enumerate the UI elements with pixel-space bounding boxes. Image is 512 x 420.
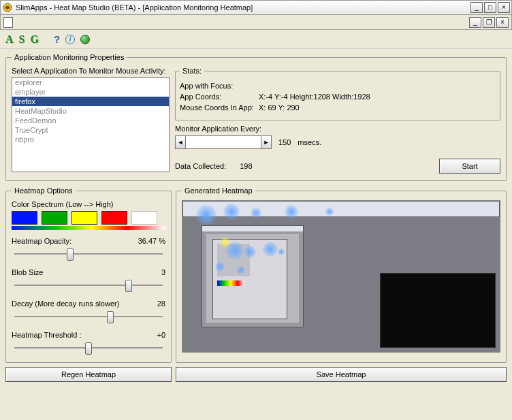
generated-heatmap: Generated Heatmap — [176, 187, 507, 363]
spin-left-icon[interactable]: ◄ — [175, 135, 186, 149]
select-app-label: Select A Application To Monitor Mouse Ac… — [12, 67, 170, 75]
info-icon[interactable]: i — [65, 35, 75, 44]
save-heatmap-button[interactable]: Save Heatmap — [176, 367, 507, 382]
opacity-label: Heatmap Opacity: — [12, 237, 71, 245]
toolbar: A S G ? i — [0, 30, 512, 49]
threshold-value: +0 — [157, 331, 165, 339]
maximize-button[interactable]: □ — [484, 2, 496, 13]
decay-label: Decay (More decay runs slower) — [12, 300, 119, 308]
list-item[interactable]: explorer — [12, 78, 169, 87]
spectrum-label: Color Spectrum (Low --> High) — [12, 200, 165, 208]
coords-label: App Coords: — [180, 93, 255, 101]
titlebar: SlimApps - Heat Map Studio (BETA) - [App… — [0, 0, 512, 15]
heatmap-preview — [182, 200, 500, 353]
app-monitoring-properties: Application Monitoring Properties Select… — [5, 53, 507, 181]
close-button[interactable]: × — [498, 2, 510, 13]
coords-value: X:-4 Y:-4 Height:1208 Width:1928 — [259, 93, 370, 101]
blob-label: Blob Size — [12, 268, 43, 276]
interval-value: 150 — [278, 138, 291, 146]
mdi-doc-icon[interactable] — [3, 17, 13, 28]
opacity-value: 36.47 % — [138, 237, 165, 245]
data-collected-value: 198 — [240, 162, 252, 170]
color-swatch[interactable] — [131, 211, 157, 225]
regen-heatmap-button[interactable]: Regen Heatmap — [5, 367, 172, 382]
toolbar-g-button[interactable]: G — [30, 33, 38, 46]
decay-slider[interactable] — [12, 309, 165, 324]
list-item[interactable]: firefox — [12, 97, 169, 106]
stats-group: Stats: App with Focus: App Coords:X:-4 Y… — [175, 67, 500, 120]
mdi-minimize-button[interactable]: _ — [469, 17, 481, 28]
interval-field[interactable] — [186, 135, 261, 149]
menubar: _ ❐ × — [0, 15, 512, 30]
blob-slider[interactable] — [12, 278, 165, 293]
props-legend: Application Monitoring Properties — [12, 53, 127, 61]
color-swatches — [12, 211, 165, 225]
color-swatch[interactable] — [101, 211, 127, 225]
color-gradient — [12, 226, 165, 230]
monitor-label: Monitor Application Every: — [175, 125, 500, 133]
app-listbox[interactable]: exploreremplayerfirefoxHeatMapStudioFeed… — [12, 77, 170, 172]
stats-legend: Stats: — [180, 67, 204, 75]
focus-label: App with Focus: — [180, 82, 255, 90]
list-item[interactable]: HeatMapStudio — [12, 106, 169, 116]
threshold-slider[interactable] — [12, 340, 165, 355]
toolbar-a-button[interactable]: A — [5, 33, 14, 46]
window-title: SlimApps - Heat Map Studio (BETA) - [App… — [16, 3, 470, 12]
list-item[interactable]: FeedDemon — [12, 116, 169, 125]
color-swatch[interactable] — [12, 211, 37, 225]
globe-icon[interactable] — [80, 35, 90, 44]
interval-unit: msecs. — [298, 138, 321, 146]
minimize-button[interactable]: _ — [470, 2, 483, 13]
color-swatch[interactable] — [71, 211, 97, 225]
interval-spinner[interactable]: ◄ ► — [175, 135, 272, 149]
color-swatch[interactable] — [42, 211, 67, 225]
help-icon[interactable]: ? — [54, 33, 60, 45]
decay-value: 28 — [157, 300, 165, 308]
mdi-close-button[interactable]: × — [496, 17, 509, 28]
list-item[interactable]: TrueCrypt — [12, 125, 169, 135]
blob-value: 3 — [161, 268, 165, 276]
spin-right-icon[interactable]: ► — [261, 135, 272, 149]
heat-legend: Heatmap Options — [12, 187, 76, 195]
gen-legend: Generated Heatmap — [182, 187, 255, 195]
toolbar-s-button[interactable]: S — [19, 33, 25, 46]
mouse-label: Mouse Coords In App: — [180, 103, 255, 112]
opacity-slider[interactable] — [12, 246, 165, 261]
start-button[interactable]: Start — [439, 159, 500, 174]
list-item[interactable]: emplayer — [12, 87, 169, 97]
heatmap-options: Heatmap Options Color Spectrum (Low --> … — [5, 187, 172, 363]
data-collected-label: Data Collected: — [175, 162, 226, 170]
threshold-label: Heatmap Threshold : — [12, 331, 82, 339]
app-icon — [2, 2, 13, 13]
mdi-restore-button[interactable]: ❐ — [483, 17, 495, 28]
mouse-value: X: 69 Y: 290 — [259, 103, 300, 112]
list-item[interactable]: nbpro — [12, 135, 169, 144]
